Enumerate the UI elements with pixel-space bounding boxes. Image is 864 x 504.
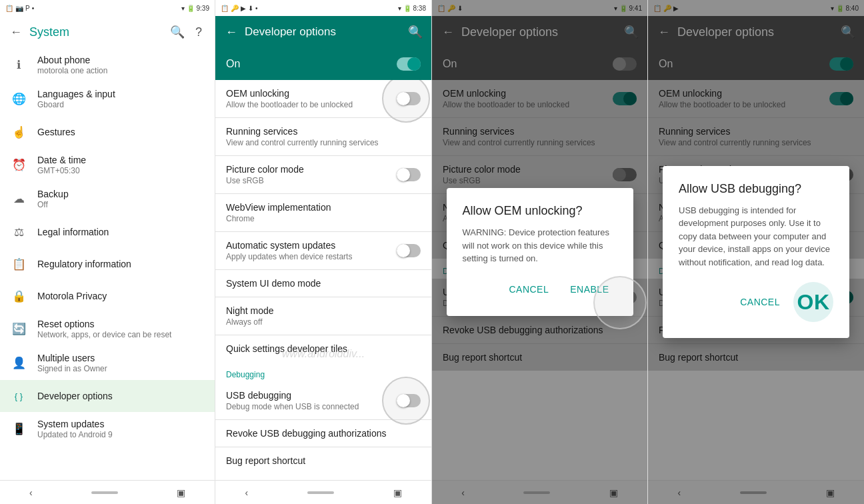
usb-title-2: USB debugging — [226, 390, 359, 401]
languages-icon: 🌐 — [11, 91, 27, 107]
usb-toggle-2[interactable] — [397, 394, 421, 407]
about-label: About phone — [37, 55, 107, 65]
oem-toggle-2[interactable] — [397, 92, 421, 105]
regulatory-icon: 📋 — [11, 256, 27, 272]
system-list: ℹ About phone motorola one action 🌐 Lang… — [0, 48, 215, 480]
debugging-section-2: Debugging — [215, 362, 431, 382]
status-icons-left: 📋 📷 P • — [5, 5, 34, 12]
nav-back-2[interactable]: ‹ — [245, 487, 248, 498]
oem-dialog-title: Allow OEM unlocking? — [463, 204, 617, 218]
updates-label: System updates — [37, 419, 113, 429]
gestures-label: Gestures — [37, 127, 75, 137]
sidebar-item-regulatory[interactable]: 📋 Regulatory information — [0, 248, 215, 280]
status-right-2: ▾ 🔋 8:38 — [398, 5, 426, 12]
nav-recents-2[interactable]: ▣ — [393, 487, 402, 498]
webview-sub-2: Chrome — [226, 214, 421, 223]
reset-icon: 🔄 — [11, 321, 27, 337]
status-left-2: 📋 🔑 ▶ ⬇ • — [221, 5, 258, 12]
nav-recents-1[interactable]: ▣ — [177, 487, 185, 498]
sidebar-item-users[interactable]: 👤 Multiple users Signed in as Owner — [0, 346, 215, 380]
dev-title-2: Developer options — [245, 25, 402, 39]
auto-toggle-thumb-2 — [397, 244, 410, 257]
usb-row-wrapper: USB debugging Debug mode when USB is con… — [215, 382, 431, 419]
running-services-row-2[interactable]: Running services View and control curren… — [215, 118, 431, 155]
oem-dialog-overlay: Allow OEM unlocking? WARNING: Device pro… — [432, 0, 647, 504]
privacy-icon: 🔒 — [11, 288, 27, 304]
search-icon-2[interactable]: 🔍 — [407, 24, 423, 40]
sidebar-item-privacy[interactable]: 🔒 Motorola Privacy — [0, 280, 215, 312]
sidebar-item-about[interactable]: ℹ About phone motorola one action — [0, 48, 215, 82]
oem-cancel-button[interactable]: Cancel — [501, 279, 557, 300]
panel-oem-dialog: 📋 🔑 ⬇ ▾ 🔋 9:41 ← Developer options 🔍 On … — [432, 0, 648, 504]
auto-updates-row-2[interactable]: Automatic system updates Apply updates w… — [215, 232, 431, 269]
bug-report-row-2[interactable]: Bug report shortcut — [215, 447, 431, 474]
usb-debugging-row-2[interactable]: USB debugging Debug mode when USB is con… — [215, 382, 431, 419]
oem-enable-button[interactable]: Enable — [562, 279, 617, 300]
users-icon: 👤 — [11, 355, 27, 371]
updates-sub: Updated to Android 9 — [37, 430, 113, 439]
usb-ok-button[interactable]: OK — [793, 282, 833, 322]
bug-title-2: Bug report shortcut — [226, 455, 421, 466]
oem-unlocking-row-2[interactable]: OEM unlocking Allow the bootloader to be… — [215, 80, 431, 117]
back-icon-1[interactable]: ← — [8, 24, 24, 40]
help-icon[interactable]: ? — [191, 24, 207, 40]
legal-label: Legal information — [37, 227, 109, 237]
night-mode-row-2[interactable]: Night mode Always off — [215, 297, 431, 335]
auto-sub-2: Apply updates when device restarts — [226, 252, 352, 261]
picture-color-row-2[interactable]: Picture color mode Use sRGB — [215, 156, 431, 193]
panel-developer-options: 📋 🔑 ▶ ⬇ • ▾ 🔋 8:38 ← Developer options 🔍… — [215, 0, 432, 504]
revoke-title-2: Revoke USB debugging authorizations — [226, 428, 421, 439]
wifi-2: ▾ — [398, 5, 401, 12]
on-row-2[interactable]: On — [215, 48, 431, 80]
dev-settings-list-2: OEM unlocking Allow the bootloader to be… — [215, 80, 431, 480]
oem-row-wrapper: OEM unlocking Allow the bootloader to be… — [215, 80, 431, 117]
users-label: Multiple users — [37, 353, 107, 363]
datetime-sub: GMT+05:30 — [37, 166, 86, 175]
usb-dialog-actions: Cancel OK — [679, 282, 833, 322]
on-label-2: On — [226, 58, 397, 70]
running-title-2: Running services — [226, 126, 421, 137]
picture-toggle-2[interactable] — [397, 168, 421, 181]
sidebar-item-reset[interactable]: 🔄 Reset options Network, apps, or device… — [0, 312, 215, 346]
key-icon: 🔑 — [231, 5, 239, 12]
webview-row-2[interactable]: WebView implementation Chrome — [215, 194, 431, 231]
oem-title-2: OEM unlocking — [226, 88, 353, 99]
usb-cancel-button[interactable]: Cancel — [732, 282, 788, 322]
developer-label: Developer options — [37, 391, 113, 401]
nav-bar-2: ‹ ▣ — [215, 480, 431, 504]
auto-toggle-2[interactable] — [397, 244, 421, 257]
sidebar-item-languages[interactable]: 🌐 Languages & input Gboard — [0, 82, 215, 116]
sidebar-item-developer[interactable]: { } Developer options — [0, 380, 215, 412]
about-icon: ℹ — [11, 57, 27, 73]
nav-home-2[interactable] — [307, 491, 334, 494]
quick-settings-row-2[interactable]: Quick settings developer tiles — [215, 335, 431, 362]
time-2: 8:38 — [413, 5, 426, 12]
search-icon-1[interactable]: 🔍 — [169, 24, 185, 40]
sidebar-item-datetime[interactable]: ⏰ Date & time GMT+05:30 — [0, 148, 215, 182]
usb-toggle-thumb-2 — [397, 394, 410, 407]
on-toggle-2[interactable] — [397, 57, 421, 71]
reset-sub: Network, apps, or device can be reset — [37, 330, 171, 339]
regulatory-label: Regulatory information — [37, 259, 131, 269]
back-icon-2[interactable]: ← — [223, 24, 239, 40]
nav-back-1[interactable]: ‹ — [29, 487, 33, 498]
system-app-bar: ← System 🔍 ? — [0, 16, 215, 48]
usb-dialog: Allow USB debugging? USB debugging is in… — [663, 166, 849, 339]
datetime-label: Date & time — [37, 155, 86, 165]
wifi-icon: ▾ — [181, 5, 185, 12]
panel-usb-dialog: 📋 🔑 ▶ ▾ 🔋 8:40 ← Developer options 🔍 On … — [648, 0, 864, 504]
sidebar-item-backup[interactable]: ☁ Backup Off — [0, 182, 215, 216]
system-ui-row-2[interactable]: System UI demo mode — [215, 270, 431, 297]
revoke-row-2[interactable]: Revoke USB debugging authorizations — [215, 420, 431, 447]
usb-dialog-overlay: Allow USB debugging? USB debugging is in… — [648, 0, 864, 504]
backup-label: Backup — [37, 189, 69, 199]
nav-home-1[interactable] — [91, 491, 118, 494]
notif-icon-2: 📋 — [221, 5, 229, 12]
sidebar-item-updates[interactable]: 📱 System updates Updated to Android 9 — [0, 412, 215, 446]
sidebar-item-gestures[interactable]: ☝ Gestures — [0, 116, 215, 148]
sidebar-item-legal[interactable]: ⚖ Legal information — [0, 216, 215, 248]
battery-2: 🔋 — [403, 5, 411, 12]
oem-dialog-body: WARNING: Device protection features will… — [463, 226, 617, 265]
status-bar-1: 📋 📷 P • ▾ 🔋 9:39 — [0, 0, 215, 16]
oem-dialog-actions: Cancel Enable — [463, 279, 617, 300]
